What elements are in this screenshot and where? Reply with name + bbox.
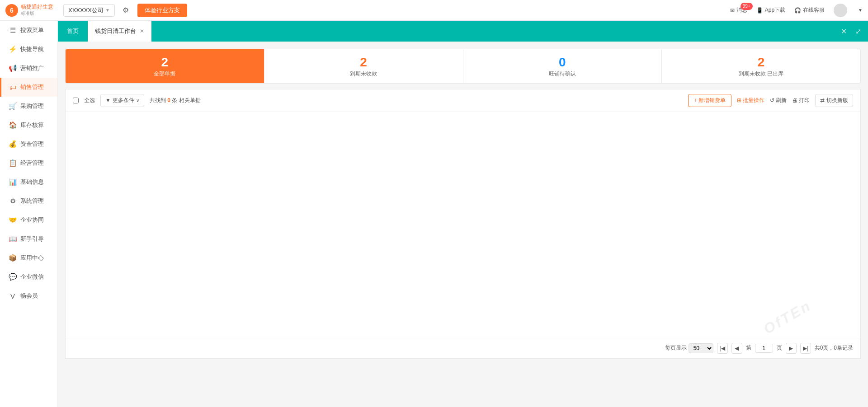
stats-label-overdue-shipped: 到期未收款 已出库 <box>739 70 783 77</box>
sidebar-item-inventory[interactable]: 🏠 库存核算 <box>0 116 57 135</box>
sidebar-label-system: 系统管理 <box>20 197 44 205</box>
headset-icon: 🎧 <box>794 7 801 14</box>
batch-icon: ⊞ <box>737 97 741 103</box>
top-header: 6 畅捷通好生意 标准版 XXXXXX公司 ▼ ⚙ 体验行业方案 ✉ 消息 99… <box>0 0 868 21</box>
message-item[interactable]: ✉ 消息 99+ <box>730 6 747 14</box>
tab-work[interactable]: 钱货日清工作台 ✕ <box>88 21 151 42</box>
select-all-label: 全选 <box>84 97 95 104</box>
switch-version-button[interactable]: ⇄ 切换新版 <box>815 94 853 107</box>
found-count: 0 <box>167 97 170 103</box>
content-area: 全选 ▼ 更多条件 ∨ 共找到 0 条 相关单据 + 新增销货单 ⊞ 批量操作 … <box>65 89 861 359</box>
sidebar-label-basic-info: 基础信息 <box>20 178 44 186</box>
close-tab-icon[interactable]: ✕ <box>837 25 850 37</box>
print-button[interactable]: 🖨 打印 <box>792 97 810 104</box>
switch-label: 切换新版 <box>826 97 848 104</box>
tab-bar-right: ✕ ⤢ <box>837 25 868 37</box>
gear-icon: ⚙ <box>9 197 17 205</box>
money-icon: 💰 <box>9 140 17 148</box>
print-label: 打印 <box>799 97 810 104</box>
stats-num-overdue: 2 <box>268 55 459 70</box>
sidebar-item-marketing[interactable]: 📢 营销推广 <box>0 59 57 78</box>
sidebar-item-beginner[interactable]: 📖 新手引导 <box>0 229 57 248</box>
stats-label-overdue: 到期未收款 <box>350 70 377 77</box>
first-page-button[interactable]: |◀ <box>717 343 728 354</box>
lightning-icon: ⚡ <box>9 45 17 53</box>
message-icon: ✉ <box>730 7 735 14</box>
house-icon: 🏠 <box>9 121 17 129</box>
filter-button[interactable]: ▼ 更多条件 ∨ <box>100 94 144 107</box>
sidebar-item-purchase[interactable]: 🛒 采购管理 <box>0 97 57 116</box>
select-all-checkbox[interactable] <box>73 98 79 103</box>
sidebar-label-operations: 经营管理 <box>20 159 44 167</box>
toolbar: 全选 ▼ 更多条件 ∨ 共找到 0 条 相关单据 + 新增销货单 ⊞ 批量操作 … <box>66 89 860 112</box>
sidebar-item-enterprise[interactable]: 🤝 企业协同 <box>0 211 57 229</box>
company-selector[interactable]: XXXXXX公司 ▼ <box>63 4 115 17</box>
total-records: 共0页，0条记录 <box>815 344 853 352</box>
page-suffix: 页 <box>777 344 782 352</box>
stats-num-overdue-shipped: 2 <box>665 55 857 70</box>
search-icon: ☰ <box>9 26 17 34</box>
tab-bar: 首页 钱货日清工作台 ✕ ✕ ⤢ <box>58 21 868 42</box>
sidebar-item-sales[interactable]: 🏷 销售管理 <box>0 78 57 97</box>
sidebar: ☰ 搜索菜单 ⚡ 快捷导航 📢 营销推广 🏷 销售管理 🛒 采购管理 🏠 库存核… <box>0 21 58 407</box>
user-name-item[interactable]: ▼ <box>856 8 863 13</box>
message-badge: 99+ <box>741 3 753 10</box>
next-page-button[interactable]: ▶ <box>786 343 797 354</box>
found-suffix: 条 <box>172 97 177 103</box>
avatar[interactable] <box>834 4 847 17</box>
app-download-label: App下载 <box>765 6 785 14</box>
box-icon: 📦 <box>9 254 17 262</box>
per-page-select[interactable]: 50 100 200 <box>689 343 713 353</box>
refresh-button[interactable]: ↺ 刷新 <box>770 97 787 104</box>
page-input[interactable] <box>755 344 773 353</box>
expand-icon[interactable]: ⤢ <box>852 25 864 37</box>
sidebar-item-search-menu[interactable]: ☰ 搜索菜单 <box>0 21 57 40</box>
empty-list-area <box>66 112 860 338</box>
header-right: ✉ 消息 99+ 📱 App下载 🎧 在线客服 ▼ <box>730 4 863 17</box>
tab-home[interactable]: 首页 <box>58 21 88 42</box>
table-icon: 📊 <box>9 178 17 186</box>
sidebar-label-enterprise: 企业协同 <box>20 216 44 224</box>
found-prefix: 共找到 <box>150 97 166 103</box>
sidebar-item-vip[interactable]: V 畅会员 <box>0 286 57 305</box>
online-support-label: 在线客服 <box>803 6 825 14</box>
sidebar-item-basic-info[interactable]: 📊 基础信息 <box>0 173 57 192</box>
settings-icon[interactable]: ⚙ <box>118 3 133 18</box>
clipboard-icon: 📋 <box>9 159 17 167</box>
stats-tab-overdue[interactable]: 2 到期未收款 <box>264 49 463 83</box>
sidebar-item-system[interactable]: ⚙ 系统管理 <box>0 192 57 211</box>
filter-arrow: ∨ <box>136 98 139 103</box>
prev-page-button[interactable]: ◀ <box>731 343 742 354</box>
chevron-down-icon2: ▼ <box>858 8 863 13</box>
online-support-item[interactable]: 🎧 在线客服 <box>794 6 825 14</box>
toolbar-right: + 新增销货单 ⊞ 批量操作 ↺ 刷新 🖨 打印 ⇄ 切换新版 <box>688 94 853 107</box>
found-text: 共找到 0 条 相关单据 <box>150 97 201 104</box>
sidebar-label-beginner: 新手引导 <box>20 235 44 243</box>
sidebar-item-app-center[interactable]: 📦 应用中心 <box>0 248 57 267</box>
sidebar-item-finance[interactable]: 💰 资金管理 <box>0 135 57 154</box>
stats-tab-pending[interactable]: 0 旺铺待确认 <box>463 49 662 83</box>
sidebar-item-wechat[interactable]: 💬 企业微信 <box>0 267 57 286</box>
logo-name: 畅捷通好生意 <box>21 4 53 11</box>
stats-label-all: 全部单据 <box>154 70 175 77</box>
batch-button[interactable]: ⊞ 批量操作 <box>737 97 764 104</box>
refresh-label: 刷新 <box>776 97 787 104</box>
sidebar-item-operations[interactable]: 📋 经营管理 <box>0 154 57 173</box>
stats-tab-all[interactable]: 2 全部单据 <box>66 49 264 83</box>
filter-icon: ▼ <box>105 97 111 103</box>
sidebar-label-search-menu: 搜索菜单 <box>20 26 44 34</box>
app-download-item[interactable]: 📱 App下载 <box>756 6 785 14</box>
handshake-icon: 🤝 <box>9 216 17 224</box>
trial-button[interactable]: 体验行业方案 <box>137 4 187 17</box>
stats-tab-overdue-shipped[interactable]: 2 到期未收款 已出库 <box>662 49 860 83</box>
stats-num-all: 2 <box>69 55 260 70</box>
page-label: 第 <box>746 344 751 352</box>
tab-close-icon[interactable]: ✕ <box>140 28 144 34</box>
last-page-button[interactable]: ▶| <box>800 343 811 354</box>
tab-home-label: 首页 <box>67 27 79 35</box>
sidebar-item-quick-nav[interactable]: ⚡ 快捷导航 <box>0 40 57 59</box>
add-order-button[interactable]: + 新增销货单 <box>688 94 731 107</box>
tag-icon: 🏷 <box>9 84 17 91</box>
logo-icon: 6 <box>5 4 18 17</box>
related-label: 相关单据 <box>179 97 201 103</box>
